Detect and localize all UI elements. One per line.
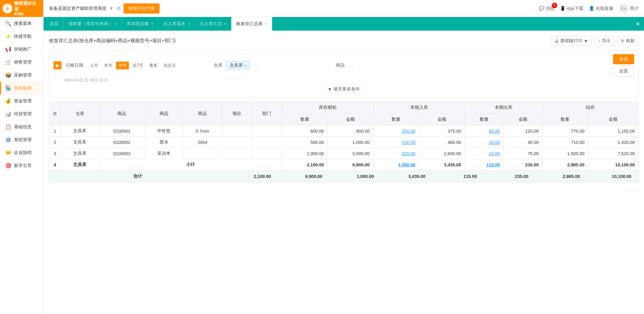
sidebar-item-guide[interactable]: 🎯 新手引导 <box>0 159 43 172</box>
warehouse-filter-dots[interactable]: ... <box>254 63 260 68</box>
cell-out-qty[interactable]: 15.00 <box>465 148 503 159</box>
marketing-icon: 📢 <box>5 46 11 52</box>
tab-close-2[interactable]: × <box>151 21 153 26</box>
th-in: 本期入库 <box>373 102 465 114</box>
cell-product-name: 中性笔 <box>145 126 183 137</box>
cell-balance-qty: 710.00 <box>542 137 588 148</box>
subtotal-out-qty[interactable]: 115.00 <box>465 159 503 170</box>
filter-toggle-btn[interactable]: ▶ <box>53 61 62 69</box>
top-header: 装备及固定资产辅助管理系统 ▼ ⚙ 体验行业方案 💬 消息 6 📱 App下载 … <box>44 0 644 17</box>
cell-in-qty[interactable]: 520.00 <box>373 148 419 159</box>
th-department: 部门 <box>252 102 282 126</box>
sidebar-label-operations: 经营管理 <box>14 111 32 117</box>
set-btn[interactable]: 设置 <box>613 66 634 77</box>
query-btn[interactable]: 查询 <box>613 54 634 64</box>
sidebar-item-finance[interactable]: 💰 资金管理 <box>0 95 43 108</box>
print-btn[interactable]: 🖨 拨锁版打印 ▼ <box>551 36 592 46</box>
cell-balance-qty: 770.00 <box>542 126 588 137</box>
warehouse-tag: 文具库 × <box>227 61 250 69</box>
tab-close-3[interactable]: × <box>187 21 190 26</box>
tab-close-5[interactable]: × <box>265 21 267 26</box>
cell-in-qty[interactable]: 250.00 <box>373 126 419 137</box>
date-shortcuts: 上月 本月 本年 近7天 更多 自定义 <box>87 62 178 69</box>
online-service-label: 在线客服 <box>596 5 613 12</box>
subtotal-warehouse: 文具库 <box>61 159 99 170</box>
date-btn-7days[interactable]: 近7天 <box>130 62 146 69</box>
goods-filter-dots[interactable]: ... <box>349 63 354 68</box>
table-settings-icon[interactable]: ⚙ <box>53 111 57 116</box>
cell-out-amount: 40.00 <box>503 137 542 148</box>
close-all-tabs[interactable]: ✕ <box>633 21 643 27</box>
quick-icon: ⚡ <box>5 33 11 39</box>
cell-opening-amount: 900.00 <box>328 126 373 137</box>
service-icon: 👤 <box>589 6 594 11</box>
tab-1[interactable]: 现存量（库存分布表）× <box>64 17 122 31</box>
tab-2[interactable]: 库存批次账× <box>122 17 159 31</box>
warehouse-label: 仓库 <box>214 62 222 68</box>
avatar: Ea <box>619 4 628 13</box>
th-out: 本期出库 <box>465 102 542 114</box>
sales-icon: 🛒 <box>5 59 11 65</box>
cell-in-amount: 375.00 <box>419 126 465 137</box>
warehouse-tag-remove[interactable]: × <box>244 63 247 68</box>
sidebar-item-basic[interactable]: 📋 基础信息 <box>0 120 43 133</box>
tab-3[interactable]: 出入库流水× <box>159 17 195 31</box>
tab-label-0: 首页 <box>50 21 59 27</box>
data-table: ⚙ 仓库 商品 商品 商品 项目 部门 库存期初 本期入库 本期出库 结存 <box>49 101 639 170</box>
tab-close-1[interactable]: × <box>115 21 117 26</box>
export-btn[interactable]: ↑ 导出 <box>595 36 615 46</box>
cell-no: 1 <box>49 126 61 137</box>
sidebar-label-system: 系统管理 <box>14 137 32 143</box>
cell-product-code: 0100001 <box>99 126 145 137</box>
user-item[interactable]: Ea 用户 <box>619 4 639 13</box>
page-title: 收发存汇总表(按仓库+商品编码+商品+规格型号+项目+部门) <box>49 38 176 44</box>
sidebar-item-collab[interactable]: 🤝 企业协同 <box>0 146 43 159</box>
subtotal-in-qty[interactable]: 1,000.00 <box>373 159 419 170</box>
cell-product-name: 胶水 <box>145 137 183 148</box>
app-download-item[interactable]: 📱 App下载 <box>560 5 583 12</box>
sidebar-label-inventory: 库存核算 <box>14 85 32 91</box>
tab-0[interactable]: 首页 <box>45 17 64 31</box>
tab-5[interactable]: 收发存汇总表× <box>231 17 272 31</box>
sidebar-item-purchase[interactable]: 📦 采购管理 <box>0 69 43 82</box>
tab-close-4[interactable]: × <box>224 21 226 26</box>
date-btn-this-month[interactable]: 本月 <box>102 62 115 69</box>
date-btn-custom[interactable]: 自定义 <box>161 62 178 69</box>
finance-icon: 💰 <box>5 98 11 104</box>
cell-product-code: 0100002 <box>99 137 145 148</box>
cell-in-qty[interactable]: 230.00 <box>373 137 419 148</box>
message-icon-item[interactable]: 💬 消息 6 <box>539 5 555 12</box>
sidebar-label-collab: 企业协同 <box>14 150 32 156</box>
expand-more-btn[interactable]: ▼ 展开更多条件 <box>323 85 364 94</box>
sidebar-item-sales[interactable]: 🛒 销售管理 <box>0 56 43 69</box>
cell-out-qty[interactable]: 80.00 <box>465 126 503 137</box>
cell-warehouse: 文具库 <box>61 148 99 159</box>
cell-out-qty[interactable]: 20.00 <box>465 137 503 148</box>
cell-balance-amount: 7,525.00 <box>588 148 638 159</box>
sidebar-item-inventory[interactable]: 🏪 库存核算 <box>0 82 43 95</box>
gear-setting-icon[interactable]: ⚙ <box>116 5 121 12</box>
cell-out-amount: 120.00 <box>503 126 542 137</box>
sidebar-item-marketing[interactable]: 📢 营销推广 <box>0 43 43 56</box>
collab-icon: 🤝 <box>5 150 11 156</box>
cell-product-spec: 20ml <box>183 137 222 148</box>
cell-department <box>252 137 282 148</box>
tab-label-1: 现存量（库存分布表） <box>68 21 113 27</box>
sidebar-item-quick[interactable]: ⚡ 快捷导航 <box>0 30 43 43</box>
experience-btn[interactable]: 体验行业方案 <box>123 3 160 14</box>
subtotal-label: 小计 <box>99 159 282 170</box>
subtotal-in-amount: 3,435.00 <box>419 159 465 170</box>
tab-4[interactable]: 出入库汇总× <box>195 17 231 31</box>
sidebar-item-system[interactable]: ⚙️ 系统管理 <box>0 133 43 146</box>
header-dropdown-arrow[interactable]: ▼ <box>109 6 114 11</box>
date-btn-more[interactable]: 更多 <box>147 62 160 69</box>
date-btn-this-year[interactable]: 本年 <box>116 62 129 69</box>
cell-balance-qty: 1,505.00 <box>542 148 588 159</box>
date-btn-prev-month[interactable]: 上月 <box>87 62 100 69</box>
online-service-item[interactable]: 👤 在线客服 <box>589 5 613 12</box>
sidebar-item-operations[interactable]: 📊 经营管理 <box>0 108 43 120</box>
sidebar-item-search[interactable]: 🔍 搜索菜单 <box>0 17 43 30</box>
subtotal-opening-qty: 2,100.00 <box>282 159 327 170</box>
refresh-btn[interactable]: ↻ 刷新 <box>617 36 639 46</box>
th-warehouse: 仓库 <box>61 102 99 126</box>
